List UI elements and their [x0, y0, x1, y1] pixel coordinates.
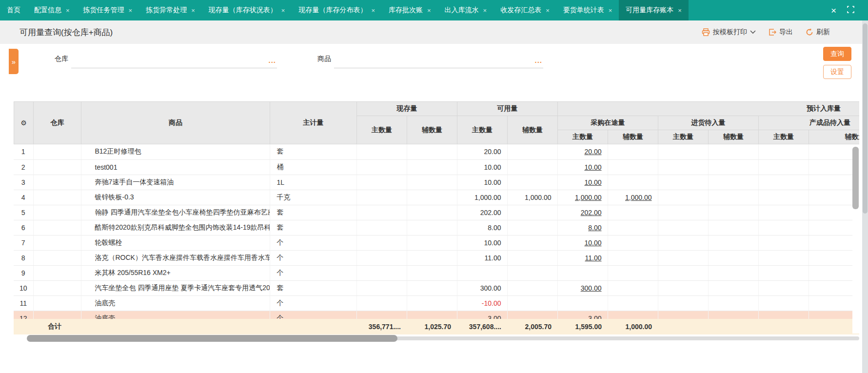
column-settings-gear-icon[interactable]: ⚙ — [14, 102, 34, 144]
close-all-icon[interactable]: × — [831, 6, 836, 15]
settings-button[interactable]: 设置 — [823, 65, 851, 79]
table-row[interactable]: 11油底壳个-10.00 — [14, 295, 859, 311]
table-vertical-scrollbar-thumb[interactable] — [852, 147, 859, 209]
cell-inbound_main — [658, 295, 708, 311]
cell-purchase_main[interactable]: 202.00 — [557, 205, 608, 220]
cell-purchase_aux[interactable]: 1,000.00 — [608, 190, 658, 205]
print-label: 按模板打印 — [713, 28, 747, 37]
tab-close-icon[interactable]: × — [371, 7, 375, 14]
tab[interactable]: 现存量（库存状况表）× — [202, 0, 292, 20]
cell-purchase_aux — [608, 235, 658, 250]
tab-close-icon[interactable]: × — [427, 7, 431, 14]
tab[interactable]: 库存批次账× — [382, 0, 438, 20]
warehouse-picker-dots-icon[interactable]: ... — [268, 56, 276, 64]
tab[interactable]: 要货单统计表× — [556, 0, 619, 20]
tab-label: 现存量（库存分布表） — [298, 6, 367, 15]
table-row[interactable]: 8洛克（ROCK）汽车香水座摆件车载香水座摆件车用香水车载...个11.0011… — [14, 250, 859, 265]
table-row[interactable]: 4镀锌铁板-0.3千克1,000.001,000.001,000.001,000… — [14, 190, 859, 205]
cell-purchase_main[interactable]: 1,000.00 — [557, 190, 608, 205]
cell-num: 8 — [14, 250, 33, 265]
cell-finished_aux — [809, 205, 859, 220]
cell-finished_aux — [809, 235, 859, 250]
horizontal-scrollbar-thumb[interactable] — [27, 335, 397, 342]
tab-close-icon[interactable]: × — [66, 7, 70, 14]
header-stock-main: 主数量 — [357, 116, 407, 144]
tab-close-icon[interactable]: × — [678, 7, 682, 14]
export-icon — [769, 28, 776, 36]
query-button[interactable]: 查询 — [823, 47, 851, 61]
tab[interactable]: 现存量（库存分布表）× — [292, 0, 382, 20]
cell-finished_main — [758, 175, 809, 190]
tab[interactable]: 拣货任务管理× — [77, 0, 139, 20]
cell-inbound_aux — [708, 205, 758, 220]
cell-product: 翰静 四季通用汽车坐垫全包小车座椅垫四季垫仿亚麻布艺座... — [81, 205, 270, 220]
cell-purchase_main[interactable]: 10.00 — [557, 235, 608, 250]
cell-warehouse — [33, 220, 81, 235]
tab[interactable]: 出入库流水× — [438, 0, 494, 20]
tab-close-icon[interactable]: × — [129, 7, 133, 14]
cell-num: 3 — [14, 175, 33, 190]
cell-purchase_main[interactable]: 8.00 — [557, 220, 608, 235]
table-row[interactable]: 2test001桶10.0010.00 — [14, 159, 859, 175]
tab-close-icon[interactable]: × — [609, 7, 612, 14]
expand-filter-button[interactable]: » — [9, 49, 19, 74]
tab-label: 收发存汇总表 — [500, 6, 541, 15]
tab[interactable]: 收发存汇总表× — [493, 0, 556, 20]
cell-stock_main — [356, 175, 407, 190]
cell-warehouse — [33, 205, 81, 220]
table-row[interactable]: 3奔驰7速手自一体变速箱油1L10.0010.00 — [14, 175, 859, 190]
product-picker-dots-icon[interactable]: ... — [534, 56, 542, 64]
cell-avail_main: 202.00 — [457, 205, 507, 220]
cell-finished_main — [758, 159, 809, 175]
print-by-template-button[interactable]: 按模板打印 — [702, 28, 756, 37]
cell-stock_main — [356, 280, 407, 295]
tab-close-icon[interactable]: × — [483, 7, 487, 14]
tab[interactable]: 首页 — [0, 0, 27, 20]
cell-num: 6 — [14, 220, 33, 235]
page-scrollbar-thumb[interactable] — [863, 23, 868, 214]
product-filter: 商品 ... — [317, 49, 543, 68]
cell-stock_main — [356, 220, 407, 235]
tab-close-icon[interactable]: × — [546, 7, 550, 14]
cell-inbound_aux — [708, 175, 758, 190]
cell-unit: 个 — [270, 295, 356, 311]
cell-avail_aux — [507, 295, 557, 311]
refresh-button[interactable]: 刷新 — [806, 28, 830, 37]
table-row[interactable]: 9米其林 205/55R16 XM2+个 — [14, 265, 859, 280]
cell-purchase_main[interactable]: 3.00 — [557, 311, 608, 319]
total-purchase-aux: 1,000.00 — [608, 319, 658, 334]
table-row[interactable]: 12油底壳个3.003.00 — [14, 311, 859, 319]
tab[interactable]: 配置信息× — [27, 0, 77, 20]
tab[interactable]: 拣货异常处理× — [139, 0, 202, 20]
table-row[interactable]: 7轮毂螺栓个10.0010.00 — [14, 235, 859, 250]
cell-finished_main — [758, 144, 809, 159]
cell-purchase_aux — [608, 205, 658, 220]
table-row[interactable]: 5翰静 四季通用汽车坐垫全包小车座椅垫四季垫仿亚麻布艺座...套202.0020… — [14, 205, 859, 220]
header-inbound-main: 主数量 — [658, 130, 709, 144]
cell-inbound_main — [658, 159, 708, 175]
table-row[interactable]: 1B12正时修理包套20.0020.00 — [14, 144, 859, 159]
cell-purchase_main[interactable]: 10.00 — [557, 159, 608, 175]
cell-purchase_main[interactable]: 11.00 — [557, 250, 608, 265]
cell-warehouse — [33, 144, 81, 159]
cell-purchase_aux — [608, 280, 658, 295]
cell-inbound_main — [658, 280, 708, 295]
cell-purchase_main[interactable]: 300.00 — [557, 280, 608, 295]
cell-unit: 1L — [270, 175, 356, 190]
fullscreen-icon[interactable] — [847, 6, 854, 15]
table-row[interactable]: 6酷斯特2020款别克昂科威脚垫全包围内饰改装14-19款昂科威...套8.00… — [14, 220, 859, 235]
cell-inbound_aux — [708, 280, 758, 295]
header-warehouse: 仓库 — [34, 102, 81, 144]
cell-purchase_main[interactable]: 10.00 — [557, 175, 608, 190]
tab[interactable]: 可用量库存账本× — [619, 0, 689, 20]
product-input[interactable] — [334, 54, 543, 68]
cell-stock_aux — [407, 265, 457, 280]
export-button[interactable]: 导出 — [769, 28, 793, 37]
table-row[interactable]: 10汽车坐垫全包 四季通用座垫 夏季卡通汽车座套专用透气2020...套300.… — [14, 280, 859, 295]
warehouse-input[interactable] — [71, 54, 277, 68]
tab-close-icon[interactable]: × — [191, 7, 195, 14]
cell-purchase_main[interactable]: 20.00 — [557, 144, 608, 159]
chevron-down-icon[interactable] — [750, 30, 756, 34]
cell-finished_main — [758, 280, 809, 295]
tab-close-icon[interactable]: × — [281, 7, 285, 14]
